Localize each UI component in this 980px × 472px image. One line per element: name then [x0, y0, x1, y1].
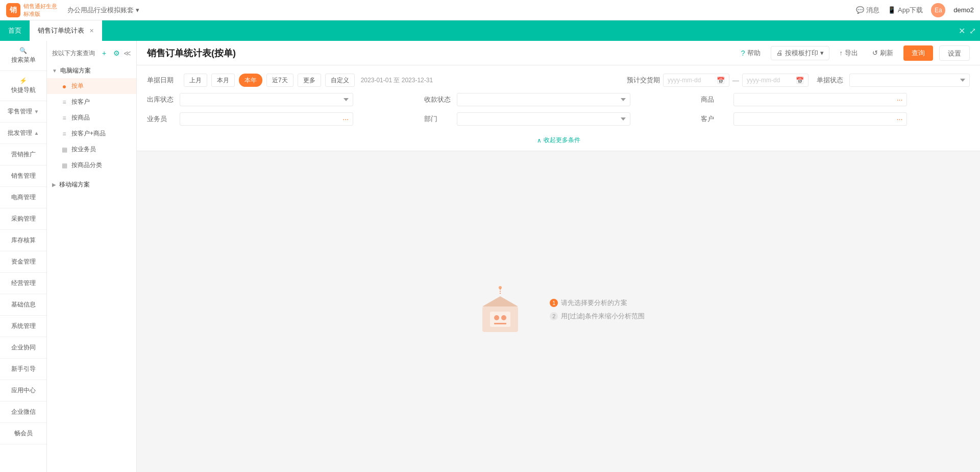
expected-date-end-input[interactable]: yyyy-mm-dd 📅 [742, 74, 808, 87]
sidebar-item-member[interactable]: 畅会员 [0, 423, 46, 444]
settings-btn[interactable]: 设置 [939, 45, 970, 61]
dept-col: 部门 [424, 112, 693, 126]
date-btn-thismonth[interactable]: 本月 [211, 74, 235, 87]
scheme-group-pc-title[interactable]: ▼ 电脑端方案 [47, 63, 136, 78]
logo-area: 销 销售通好生意 标准版 [6, 3, 57, 17]
sidebar-item-retail[interactable]: 零售管理 ▼ [0, 101, 46, 123]
status-select[interactable] [849, 74, 970, 87]
empty-content: 1 请先选择要分析的方案 2 用[过滤]条件来缩小分析范围 [472, 286, 644, 337]
sidebar-item-newbie[interactable]: 新手引导 [0, 359, 46, 380]
sidebar-item-wechat[interactable]: 企业微信 [0, 402, 46, 423]
sidebar-item-base[interactable]: 基础信息 [0, 294, 46, 316]
window-close-icon[interactable]: ✕ [959, 26, 965, 36]
customer-col: 客户 ··· [701, 112, 970, 126]
scheme-item-by-category[interactable]: ▦ 按商品分类 [47, 157, 136, 173]
search-icon: 🔍 [19, 47, 27, 54]
expected-date-start-input[interactable]: yyyy-mm-dd 📅 [663, 74, 729, 87]
sidebar-item-quicknav[interactable]: ⚡ 快捷导航 [0, 71, 46, 101]
svg-point-4 [501, 315, 506, 320]
page-layout: 按以下方案查询 + ⚙ ≪ ▼ 电脑端方案 ● 按单 [47, 41, 980, 472]
app-download-action[interactable]: 📱 App下载 [888, 6, 923, 15]
avatar[interactable]: Ea [931, 3, 945, 17]
print-btn[interactable]: 🖨 按模板打印 ▾ [771, 46, 829, 60]
quicknav-icon: ⚡ [19, 77, 27, 84]
main-layout: 🔍 搜索菜单 ⚡ 快捷导航 零售管理 ▼ 批发管理 ▲ 营销推广 销售管理 电商… [0, 41, 980, 472]
export-icon: ↑ [840, 49, 843, 57]
empty-tip-1: 1 请先选择要分析的方案 [550, 298, 644, 308]
query-btn[interactable]: 查询 [903, 45, 933, 61]
sidebar: 🔍 搜索菜单 ⚡ 快捷导航 零售管理 ▼ 批发管理 ▲ 营销推广 销售管理 电商… [0, 41, 47, 472]
page-actions: ? 帮助 🖨 按模板打印 ▾ ↑ 导出 ↺ [737, 45, 970, 61]
scheme-category-icon: ▦ [60, 161, 68, 170]
date-btn-7days[interactable]: 近7天 [266, 74, 293, 87]
sidebar-item-sales[interactable]: 销售管理 [0, 166, 46, 187]
date-btn-custom[interactable]: 自定义 [325, 74, 355, 87]
date-btn-lastmonth[interactable]: 上月 [184, 74, 207, 87]
sidebar-item-appstore[interactable]: 应用中心 [0, 380, 46, 402]
tab-sales-stat[interactable]: 销售订单统计表 ✕ [30, 20, 102, 41]
salesman-input[interactable]: ··· [180, 112, 353, 126]
scheme-order-icon: ● [60, 82, 68, 90]
date-label: 单据日期 [147, 76, 176, 85]
content-area: 按以下方案查询 + ⚙ ≪ ▼ 电脑端方案 ● 按单 [47, 41, 980, 472]
scheme-salesman-icon: ▦ [60, 146, 68, 154]
settings-scheme-btn[interactable]: ⚙ [111, 48, 121, 58]
scheme-custprod-icon: ≡ [60, 130, 68, 138]
window-expand-icon[interactable]: ⤢ [969, 26, 976, 36]
salesman-more-icon[interactable]: ··· [342, 115, 349, 123]
scheme-item-by-salesman[interactable]: ▦ 按业务员 [47, 141, 136, 157]
scheme-item-by-cust-prod[interactable]: ≡ 按客户+商品 [47, 126, 136, 141]
scheme-item-by-order[interactable]: ● 按单 [47, 78, 136, 94]
svg-point-3 [494, 315, 499, 320]
scheme-item-by-product[interactable]: ≡ 按商品 [47, 110, 136, 126]
message-action[interactable]: 💬 消息 [856, 6, 879, 15]
sidebar-item-search[interactable]: 🔍 搜索菜单 [0, 41, 46, 71]
scheme-group-mobile-title[interactable]: ▶ 移动端方案 [47, 177, 136, 192]
top-nav-arrow: ▾ [136, 6, 139, 14]
sidebar-item-corp[interactable]: 企业协同 [0, 337, 46, 359]
expected-date-group: 预计交货期 yyyy-mm-dd 📅 — yyyy-mm-dd 📅 [627, 74, 808, 87]
sidebar-item-ops[interactable]: 经营管理 [0, 273, 46, 294]
ship-status-select[interactable] [180, 93, 353, 106]
customer-input[interactable]: ··· [733, 112, 907, 126]
salesman-label: 业务员 [147, 114, 176, 124]
sidebar-item-wholesale[interactable]: 批发管理 ▲ [0, 123, 46, 144]
collapse-bar[interactable]: ∧ 收起更多条件 [147, 132, 970, 147]
customer-more-icon[interactable]: ··· [897, 115, 903, 123]
svg-rect-5 [494, 323, 506, 324]
export-btn[interactable]: ↑ 导出 [836, 46, 863, 60]
filter-row-3: 业务员 ··· 部门 [147, 112, 970, 126]
dept-select[interactable] [457, 112, 630, 126]
sidebar-item-marketing[interactable]: 营销推广 [0, 144, 46, 166]
refresh-icon: ↺ [872, 49, 878, 57]
sidebar-item-inventory[interactable]: 库存核算 [0, 230, 46, 251]
date-btn-more[interactable]: 更多 [298, 74, 321, 87]
goods-input[interactable]: ··· [733, 93, 907, 106]
sidebar-item-system[interactable]: 系统管理 [0, 316, 46, 337]
goods-label: 商品 [701, 95, 729, 104]
status-label: 单据状态 [817, 76, 845, 85]
sidebar-item-finance[interactable]: 资金管理 [0, 251, 46, 273]
ship-status-col: 出库状态 [147, 93, 416, 106]
scheme-group-pc: ▼ 电脑端方案 ● 按单 ≡ 按客户 ≡ 按商品 [47, 61, 136, 175]
add-scheme-btn[interactable]: + [99, 48, 109, 58]
goods-more-icon[interactable]: ··· [897, 96, 903, 104]
date-range-text: 2023-01-01 至 2023-12-31 [361, 76, 433, 85]
help-btn[interactable]: ? 帮助 [737, 46, 765, 60]
svg-marker-1 [482, 296, 518, 306]
sidebar-item-ecom[interactable]: 电商管理 [0, 187, 46, 208]
top-nav-item[interactable]: 办公用品行业模拟账套 ▾ [61, 6, 145, 15]
receipt-status-select[interactable] [457, 93, 630, 106]
sidebar-item-purchase[interactable]: 采购管理 [0, 208, 46, 230]
date-btn-thisyear[interactable]: 本年 [239, 74, 262, 87]
tab-bar-right: ✕ ⤢ [959, 26, 980, 36]
print-icon: 🖨 [776, 49, 783, 57]
filter-row-2: 出库状态 收款状态 商品 [147, 93, 970, 106]
collapse-scheme-btn[interactable]: ≪ [124, 49, 131, 57]
tab-home[interactable]: 首页 [0, 20, 30, 41]
refresh-btn[interactable]: ↺ 刷新 [868, 46, 897, 60]
tab-close-icon[interactable]: ✕ [89, 28, 94, 34]
dept-label: 部门 [424, 114, 453, 124]
scheme-item-by-customer[interactable]: ≡ 按客户 [47, 94, 136, 110]
page-title-bar: 销售订单统计表(按单) ? 帮助 🖨 按模板打印 ▾ ↑ [137, 41, 980, 65]
